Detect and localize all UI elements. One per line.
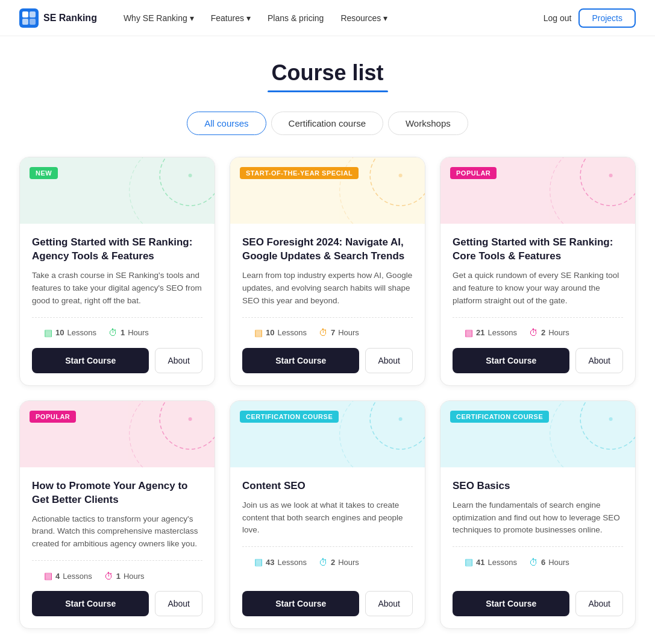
course-badge: POPULAR (450, 167, 497, 179)
card-body: How to Promote Your Agency to Get Better… (20, 467, 215, 592)
svg-point-5 (160, 157, 215, 206)
lessons-meta: ▤ 4 Lessons (44, 570, 92, 581)
svg-point-16 (189, 417, 192, 421)
svg-point-18 (340, 401, 425, 467)
svg-point-17 (370, 401, 425, 449)
svg-point-8 (370, 157, 425, 206)
svg-point-11 (580, 157, 635, 206)
hours-icon: ⏱ (319, 557, 328, 567)
hours-icon: ⏱ (319, 327, 328, 338)
title-underline (268, 90, 388, 92)
hours-icon: ⏱ (104, 571, 113, 581)
course-grid: NEW Getting Started with SE Ranking: Age… (19, 157, 636, 629)
nav-actions: Log out Projects (544, 8, 636, 28)
hours-meta: ⏱ 1 Hours (108, 327, 149, 338)
course-description: Take a crash course in SE Ranking's tool… (32, 270, 202, 308)
course-title: Getting Started with SE Ranking: Agency … (32, 236, 202, 264)
lessons-meta: ▤ 21 Lessons (465, 327, 517, 338)
card-actions: Start Course About (440, 348, 635, 385)
tab-workshops[interactable]: Workshops (388, 112, 468, 135)
course-description: Learn the fundamentals of search engine … (453, 499, 623, 537)
card-actions: Start Course About (440, 591, 635, 628)
svg-point-14 (160, 401, 215, 449)
card-header: POPULAR (440, 157, 635, 224)
card-actions: Start Course About (230, 591, 425, 628)
start-course-button[interactable]: Start Course (453, 348, 569, 373)
svg-point-6 (130, 157, 215, 224)
course-title: Content SEO (242, 479, 413, 493)
start-course-button[interactable]: Start Course (32, 591, 149, 616)
course-badge: NEW (30, 167, 58, 179)
logo[interactable]: SE Ranking (19, 8, 97, 28)
course-title: Getting Started with SE Ranking: Core To… (453, 236, 623, 264)
course-card: POPULAR Getting Started with SE Ranking:… (440, 157, 636, 386)
card-actions: Start Course About (20, 348, 215, 385)
nav-plans[interactable]: Plans & pricing (260, 10, 331, 27)
card-body: Getting Started with SE Ranking: Core To… (440, 224, 635, 348)
svg-rect-1 (22, 11, 28, 17)
projects-button[interactable]: Projects (578, 8, 636, 28)
svg-point-10 (399, 174, 403, 177)
nav-why-se-ranking[interactable]: Why SE Ranking ▾ (116, 10, 201, 27)
start-course-button[interactable]: Start Course (242, 591, 359, 616)
card-meta: ▤ 43 Lessons ⏱ 2 Hours (242, 546, 413, 577)
card-header: START-OF-THE-YEAR SPECIAL (230, 157, 425, 224)
svg-point-22 (609, 417, 613, 421)
about-button[interactable]: About (155, 591, 202, 616)
course-title: SEO Basics (453, 479, 623, 493)
nav-resources[interactable]: Resources ▾ (333, 10, 395, 27)
start-course-button[interactable]: Start Course (242, 348, 359, 373)
card-meta: ▤ 4 Lessons ⏱ 1 Hours (32, 560, 202, 591)
card-body: Content SEO Join us as we look at what i… (230, 467, 425, 592)
hours-meta: ⏱ 2 Hours (319, 557, 359, 567)
svg-rect-0 (19, 8, 39, 28)
lessons-icon: ▤ (254, 327, 263, 338)
navbar: SE Ranking Why SE Ranking ▾ Features ▾ P… (0, 0, 655, 36)
about-button[interactable]: About (155, 348, 202, 373)
lessons-icon: ▤ (465, 557, 473, 567)
card-meta: ▤ 10 Lessons ⏱ 7 Hours (242, 317, 413, 348)
about-button[interactable]: About (365, 591, 413, 616)
course-badge: CERTIFICATION COURSE (450, 411, 549, 423)
lessons-icon: ▤ (254, 557, 263, 567)
about-button[interactable]: About (575, 348, 623, 373)
course-card: CERTIFICATION COURSE SEO Basics Learn th… (440, 400, 636, 630)
hours-meta: ⏱ 2 Hours (529, 327, 569, 338)
course-badge: POPULAR (30, 411, 76, 423)
course-description: Actionable tactics to transform your age… (32, 513, 202, 551)
logo-icon (19, 8, 39, 28)
lessons-icon: ▤ (44, 570, 52, 581)
hours-meta: ⏱ 6 Hours (529, 557, 569, 567)
course-description: Learn from top industry experts how AI, … (242, 270, 413, 308)
card-header: CERTIFICATION COURSE (440, 401, 635, 467)
start-course-button[interactable]: Start Course (453, 591, 569, 616)
hours-icon: ⏱ (529, 327, 538, 338)
card-header: CERTIFICATION COURSE (230, 401, 425, 467)
tab-certification[interactable]: Certification course (271, 112, 383, 135)
course-description: Join us as we look at what it takes to c… (242, 499, 413, 537)
hours-meta: ⏱ 1 Hours (104, 570, 145, 581)
page-title: Course list (19, 60, 636, 86)
lessons-icon: ▤ (44, 327, 52, 338)
card-body: Getting Started with SE Ranking: Agency … (20, 224, 215, 348)
logout-button[interactable]: Log out (544, 13, 572, 23)
about-button[interactable]: About (575, 591, 623, 616)
course-card: START-OF-THE-YEAR SPECIAL SEO Foresight … (230, 157, 425, 386)
svg-point-7 (189, 174, 192, 177)
course-card: NEW Getting Started with SE Ranking: Age… (19, 157, 215, 386)
chevron-down-icon: ▾ (383, 13, 387, 23)
hours-icon: ⏱ (108, 327, 118, 338)
card-header: NEW (20, 157, 215, 224)
lessons-meta: ▤ 43 Lessons (254, 557, 307, 567)
tab-all-courses[interactable]: All courses (187, 112, 266, 135)
nav-features[interactable]: Features ▾ (204, 10, 258, 27)
about-button[interactable]: About (365, 348, 413, 373)
svg-point-12 (550, 157, 635, 224)
card-body: SEO Foresight 2024: Navigate AI, Google … (230, 224, 425, 348)
start-course-button[interactable]: Start Course (32, 348, 149, 373)
hours-icon: ⏱ (529, 557, 538, 567)
svg-rect-4 (30, 19, 36, 25)
main-content: Course list All courses Certification co… (0, 36, 655, 644)
brand-name: SE Ranking (43, 13, 97, 24)
svg-point-20 (580, 401, 635, 449)
